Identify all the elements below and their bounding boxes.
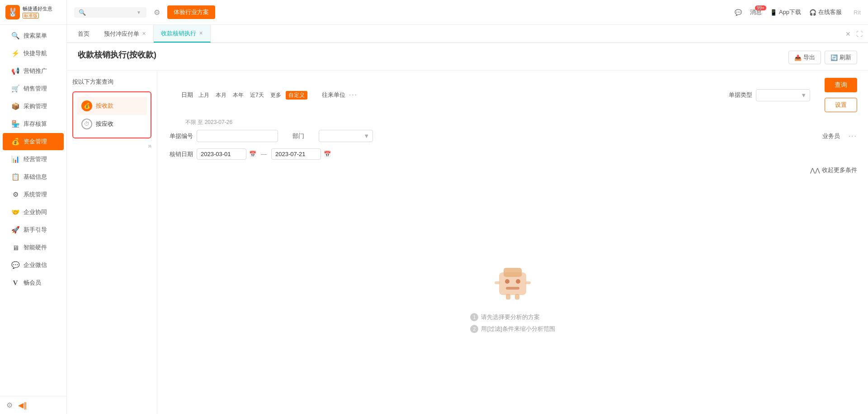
svg-rect-6 [525, 281, 531, 284]
sidebar-item-sales[interactable]: 🛒 销售管理 [3, 80, 64, 97]
app-download-btn[interactable]: 📱 App下载 [770, 8, 801, 16]
sidebar-item-finance[interactable]: 💰 资金管理 [3, 133, 64, 150]
sidebar-menu: 🔍 搜索菜单 ⚡ 快捷导航 📢 营销推广 🛒 销售管理 📦 采购管理 🏪 库存核… [0, 25, 66, 396]
page-top-actions: 📤 导出 🔄 刷新 [788, 51, 857, 64]
date-nolimit: 不限 至 2023-07-26 [185, 119, 857, 126]
tab-verify[interactable]: 收款核销执行 ✕ [154, 25, 211, 43]
sidebar-item-search[interactable]: 🔍 搜索菜单 [3, 27, 64, 44]
filter-by-receivable[interactable]: ⏱ 按应收 [77, 115, 147, 133]
filter-receipt-icon: 💰 [81, 100, 92, 111]
svg-rect-4 [506, 287, 519, 290]
verify-date-end-calendar-icon[interactable]: 📅 [324, 151, 331, 157]
verify-date-end[interactable]: 2023-07-21 [271, 148, 321, 160]
filter-panel-title: 按以下方案查询 [72, 78, 151, 86]
sidebar-item-hardware[interactable]: 🖥 智能硬件 [3, 239, 64, 256]
empty-illustration [490, 259, 535, 304]
filter-by-receipt[interactable]: 💰 按收款 [77, 97, 147, 115]
verify-date-start-calendar-icon[interactable]: 📅 [249, 151, 256, 157]
dept-label: 部门 [292, 132, 315, 140]
sidebar-item-guide[interactable]: 🚀 新手引导 [3, 221, 64, 238]
service-icon: 🎧 [809, 9, 816, 16]
setting-button[interactable]: 设置 [825, 98, 857, 112]
topbar-search-bar[interactable]: 🔍 ▼ [74, 7, 146, 18]
dept-select[interactable] [319, 130, 373, 142]
partner-dots[interactable]: ··· [349, 91, 358, 99]
sidebar-item-inventory[interactable]: 🏪 库存核算 [3, 115, 64, 133]
sidebar-item-marketing[interactable]: 📢 营销推广 [3, 62, 64, 80]
hint-text-1: 请先选择要分析的方案 [481, 313, 540, 321]
tab-verify-close[interactable]: ✕ [199, 30, 203, 36]
refresh-button[interactable]: 🔄 刷新 [825, 51, 857, 64]
svg-rect-1 [504, 268, 522, 277]
hardware-icon: 🖥 [11, 244, 20, 252]
message-badge: 99+ [755, 5, 766, 10]
form-row-1: 日期 上月 本月 本年 近7天 更多 自定义 [168, 78, 857, 112]
sidebar-item-system[interactable]: ⚙ 系统管理 [3, 186, 64, 203]
hint-row-1: 1 请先选择要分析的方案 [470, 313, 555, 321]
marketing-icon: 📢 [11, 67, 20, 75]
tab-prepay-close[interactable]: ✕ [142, 31, 146, 37]
settings-bottom-icon[interactable]: ⚙ [6, 401, 13, 409]
right-content: 收款核销执行(按收款) 📤 导出 🔄 刷新 按以下方案查询 [67, 43, 868, 414]
partner-label: 往来单位 [322, 91, 345, 99]
sidebar-item-quicknav[interactable]: ⚡ 快捷导航 [3, 45, 64, 62]
sidebar-logo: 🐰 畅捷通好生意 标准版 [0, 0, 66, 25]
tab-home[interactable]: 首页 [71, 25, 97, 43]
industry-solution-button[interactable]: 体验行业方案 [167, 5, 215, 19]
sidebar-item-wechat[interactable]: 💬 企业微信 [3, 257, 64, 274]
sidebar-item-member[interactable]: V 畅会员 [3, 274, 64, 291]
sidebar-item-operations[interactable]: 📊 经营管理 [3, 151, 64, 168]
action-buttons: 查询 设置 [825, 78, 857, 112]
date-more[interactable]: 更多 [269, 90, 283, 100]
online-service-btn[interactable]: 🎧 在线客服 [809, 8, 842, 16]
finance-icon: 💰 [11, 138, 20, 146]
tabbar: 首页 预付冲应付单 ✕ 收款核销执行 ✕ ✕ ⛶ [67, 25, 868, 43]
staff-cell: 业务员 ··· [822, 132, 857, 140]
quicknav-icon: ⚡ [11, 49, 20, 57]
bill-no-input[interactable] [197, 130, 278, 142]
search-icon: 🔍 [11, 32, 20, 40]
tab-close-icon[interactable]: ✕ [845, 30, 851, 38]
wechat-icon: 💬 [11, 261, 20, 269]
hint-text-2: 用[过滤]条件来缩小分析范围 [481, 325, 555, 333]
collapse-up-icon: ⋀⋀ [810, 167, 820, 174]
verify-date-start[interactable]: 2023-03-01 [197, 148, 246, 160]
collapse-more-btn[interactable]: ⋀⋀ 收起更多条件 [168, 166, 857, 174]
svg-point-2 [505, 279, 509, 284]
date-label: 日期 [168, 91, 193, 99]
sidebar-item-purchase[interactable]: 📦 采购管理 [3, 98, 64, 115]
export-button[interactable]: 📤 导出 [788, 51, 821, 64]
tab-expand-icon[interactable]: ⛶ [856, 30, 863, 38]
search-form: 日期 上月 本月 本年 近7天 更多 自定义 [157, 71, 868, 178]
sidebar-item-basic[interactable]: 📋 基础信息 [3, 168, 64, 186]
topbar-gear-icon[interactable]: ⚙ [154, 8, 160, 17]
date-last-month[interactable]: 上月 [197, 90, 211, 100]
chevron-left-icon: » [148, 142, 151, 149]
hint-num-1: 1 [470, 313, 478, 321]
collapse-sidebar-btn[interactable]: ◀‖ [18, 401, 27, 409]
username-display: Rit [854, 9, 861, 16]
date-this-month[interactable]: 本月 [214, 90, 228, 100]
topbar-search-input[interactable] [89, 9, 134, 16]
tab-prepay[interactable]: 预付冲应付单 ✕ [97, 25, 154, 43]
date-7days[interactable]: 近7天 [248, 90, 266, 100]
topbar-search-icon: 🔍 [79, 9, 86, 16]
sidebar-item-collab[interactable]: 🤝 企业协同 [3, 204, 64, 221]
topbar-search-arrow[interactable]: ▼ [137, 10, 141, 15]
collapse-filter-btn[interactable]: » [72, 142, 151, 149]
empty-state: 1 请先选择要分析的方案 2 用[过滤]条件来缩小分析范围 [157, 178, 868, 414]
message-btn[interactable]: 💬 99+ 消息 [735, 8, 762, 16]
bill-type-label: 单据类型 [729, 91, 752, 99]
query-button[interactable]: 查询 [825, 78, 857, 92]
partner-cell: 往来单位 ··· [322, 91, 722, 99]
hint-num-2: 2 [470, 325, 478, 333]
date-quick-buttons: 上月 本月 本年 近7天 更多 自定义 [197, 90, 307, 100]
basic-icon: 📋 [11, 173, 20, 181]
bill-type-select[interactable] [756, 89, 810, 101]
bill-type-cell: 单据类型 ▼ [729, 89, 810, 101]
staff-dots[interactable]: ··· [849, 132, 857, 140]
logo-tag: 标准版 [23, 13, 39, 19]
date-this-year[interactable]: 本年 [231, 90, 245, 100]
guide-icon: 🚀 [11, 226, 20, 234]
date-custom-tag[interactable]: 自定义 [286, 91, 307, 100]
